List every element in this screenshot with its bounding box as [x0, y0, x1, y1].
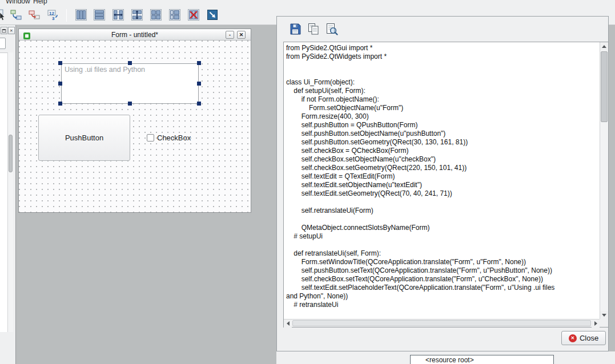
- layout-vertical-icon: [93, 9, 106, 21]
- widget-box-scrollbar-thumb[interactable]: [9, 135, 13, 172]
- edit-tab-order-icon: 123: [47, 9, 59, 21]
- menubar: Window Help: [0, 0, 615, 6]
- adjust-size-button[interactable]: [205, 7, 220, 22]
- textedit-widget[interactable]: Using .ui files and Python: [61, 63, 199, 104]
- layout-form-button[interactable]: [167, 7, 182, 22]
- scrollbar-corner: [600, 319, 608, 327]
- copy-button[interactable]: [306, 22, 321, 37]
- selection-handle-w[interactable]: [58, 82, 62, 86]
- layout-grid-button[interactable]: [148, 7, 163, 22]
- layout-vertical-button[interactable]: [92, 7, 107, 22]
- selection-handle-se[interactable]: [197, 102, 201, 106]
- selection-handle-ne[interactable]: [197, 61, 201, 65]
- resource-browser-window: <resource root>: [276, 351, 615, 364]
- selection-handle-s[interactable]: [128, 102, 132, 106]
- edit-signals-slots-icon: [10, 9, 22, 21]
- code-vertical-scrollbar[interactable]: [600, 42, 608, 319]
- scroll-right-arrow[interactable]: [592, 319, 600, 327]
- break-layout-icon: [187, 9, 200, 21]
- copy-icon: [307, 22, 320, 36]
- selection-handle-n[interactable]: [128, 61, 132, 65]
- form-window-title: Form - untitled*: [19, 31, 251, 39]
- layout-horizontal-icon: [75, 9, 87, 21]
- triangle-left-icon: [287, 321, 290, 326]
- svg-text:12: 12: [49, 11, 54, 16]
- adjust-size-icon: [206, 9, 219, 21]
- layout-splitter-horizontal-button[interactable]: [111, 7, 126, 22]
- triangle-down-icon: [602, 314, 606, 317]
- scroll-up-arrow[interactable]: [600, 42, 608, 50]
- save-icon: [288, 22, 302, 36]
- edit-buddies-icon: [28, 9, 41, 21]
- form-titlebar[interactable]: Form - untitled* - ✕: [19, 29, 251, 41]
- code-view[interactable]: from PySide2.QtGui import * from PySide2…: [283, 42, 609, 327]
- dock-close-button[interactable]: ✕: [8, 27, 15, 34]
- layout-horizontal-button[interactable]: [74, 7, 89, 22]
- widget-box-list[interactable]: [0, 52, 7, 332]
- checkbox-indicator[interactable]: [147, 134, 154, 141]
- svg-text:3: 3: [52, 16, 55, 21]
- widget-filter-input[interactable]: [0, 38, 6, 49]
- layout-grid-icon: [150, 9, 162, 21]
- widget-box-dock: ✕: [0, 25, 16, 364]
- close-x-icon: ✕: [569, 334, 577, 342]
- form-canvas[interactable]: Using .ui files and Python PushButton Ch…: [19, 41, 251, 212]
- layout-splitter-horizontal-icon: [112, 9, 124, 21]
- widget-box-scrollbar[interactable]: [7, 52, 13, 332]
- layout-form-icon: [168, 9, 181, 21]
- pushbutton-widget[interactable]: PushButton: [38, 115, 130, 161]
- edit-widgets-button[interactable]: [0, 7, 9, 22]
- toolbar-separator: [66, 9, 67, 22]
- dock-float-icon: [1, 29, 7, 33]
- qt-designer-screen: Window Help 123: [0, 0, 615, 364]
- triangle-up-icon: [602, 45, 606, 48]
- find-button[interactable]: [324, 22, 339, 37]
- layout-splitter-vertical-icon: [131, 9, 143, 21]
- save-button[interactable]: [288, 22, 303, 37]
- menu-window[interactable]: Window: [6, 0, 30, 5]
- selection-handle-e[interactable]: [197, 82, 201, 86]
- checkbox-widget[interactable]: CheckBox: [147, 126, 204, 149]
- edit-signals-slots-button[interactable]: [9, 7, 23, 22]
- close-button-label: Close: [580, 334, 598, 342]
- code-preview-dialog: from PySide2.QtGui import * from PySide2…: [276, 16, 609, 351]
- scroll-left-arrow[interactable]: [284, 319, 292, 327]
- dock-close-icon: ✕: [10, 29, 13, 33]
- dock-float-button[interactable]: [1, 27, 7, 34]
- edit-widgets-icon: [0, 9, 7, 21]
- selection-handle-nw[interactable]: [58, 61, 62, 65]
- resource-root-item[interactable]: <resource root>: [410, 355, 554, 364]
- close-button[interactable]: ✕: [237, 31, 246, 39]
- checkbox-label: CheckBox: [157, 134, 191, 142]
- edit-tab-order-button[interactable]: 123: [46, 7, 61, 22]
- horizontal-scrollbar-thumb[interactable]: [292, 320, 591, 326]
- layout-splitter-vertical-button[interactable]: [130, 7, 144, 22]
- find-icon: [325, 22, 339, 36]
- code-horizontal-scrollbar[interactable]: [284, 319, 600, 327]
- edit-buddies-button[interactable]: [27, 7, 42, 22]
- selection-handle-sw[interactable]: [58, 102, 62, 106]
- dialog-close-button[interactable]: ✕ Close: [561, 331, 606, 345]
- break-layout-button[interactable]: [186, 7, 201, 22]
- minimize-button[interactable]: -: [226, 31, 234, 39]
- code-text[interactable]: from PySide2.QtGui import * from PySide2…: [284, 42, 600, 319]
- scroll-down-arrow[interactable]: [600, 311, 608, 319]
- vertical-scrollbar-thumb[interactable]: [601, 51, 608, 122]
- form-editor-window: Form - untitled* - ✕ Using .ui files and…: [18, 29, 251, 213]
- menu-help[interactable]: Help: [33, 0, 47, 5]
- triangle-right-icon: [594, 321, 597, 326]
- textedit-placeholder: Using .ui files and Python: [65, 66, 145, 74]
